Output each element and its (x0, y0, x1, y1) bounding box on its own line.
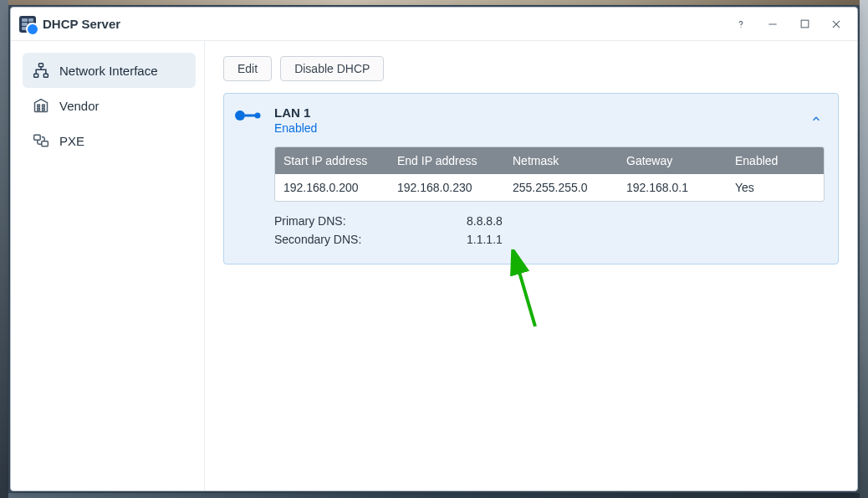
svg-rect-10 (38, 108, 40, 110)
collapse-toggle[interactable] (806, 109, 826, 129)
col-header-netmask: Netmask (504, 147, 618, 174)
svg-rect-6 (34, 74, 38, 77)
col-header-start-ip: Start IP address (275, 147, 389, 174)
sidebar-item-label: Network Interface (59, 64, 158, 78)
vendor-icon (33, 97, 49, 114)
sidebar-item-label: Vendor (59, 99, 100, 113)
cell-end-ip: 192.168.0.230 (389, 174, 504, 201)
secondary-dns-label: Secondary DNS: (274, 230, 467, 249)
network-interface-icon (33, 62, 49, 79)
svg-rect-7 (43, 74, 48, 77)
primary-dns-label: Primary DNS: (274, 212, 467, 230)
dhcp-server-app-icon (19, 16, 36, 33)
col-header-gateway: Gateway (618, 147, 727, 174)
col-header-enabled: Enabled (727, 147, 824, 174)
svg-rect-11 (43, 108, 45, 110)
svg-rect-5 (39, 64, 43, 67)
dns-block: Primary DNS: 8.8.8.8 Secondary DNS: 1.1.… (274, 212, 825, 249)
close-button[interactable] (824, 12, 849, 37)
window-title: DHCP Server (43, 17, 120, 31)
svg-rect-9 (43, 105, 45, 107)
edit-button[interactable]: Edit (223, 56, 272, 81)
sidebar-item-vendor[interactable]: Vendor (23, 88, 196, 123)
wired-connection-icon (234, 105, 263, 122)
lan1-panel[interactable]: LAN 1 Enabled Start IP address End IP ad… (223, 93, 839, 264)
pxe-icon (33, 132, 49, 149)
secondary-dns-value: 1.1.1.1 (467, 230, 503, 249)
sidebar-item-label: PXE (59, 134, 84, 148)
content-area: Edit Disable DHCP LAN 1 Enabled (205, 41, 857, 490)
nic-status: Enabled (274, 121, 317, 135)
svg-rect-13 (42, 141, 49, 146)
table-row[interactable]: 192.168.0.200 192.168.0.230 255.255.255.… (275, 174, 824, 201)
toolbar: Edit Disable DHCP (223, 56, 839, 81)
minimize-button[interactable] (760, 12, 785, 37)
col-header-end-ip: End IP address (389, 147, 504, 174)
sidebar-item-network-interface[interactable]: Network Interface (23, 53, 196, 88)
dhcp-server-window: DHCP Server Network Interface (10, 7, 858, 491)
disable-dhcp-button[interactable]: Disable DHCP (280, 56, 384, 81)
cell-gateway: 192.168.0.1 (618, 174, 727, 201)
svg-point-0 (740, 26, 741, 27)
primary-dns-value: 8.8.8.8 (467, 212, 503, 230)
cell-enabled: Yes (727, 174, 824, 201)
cell-netmask: 255.255.255.0 (504, 174, 618, 201)
title-bar: DHCP Server (11, 8, 857, 41)
svg-rect-2 (801, 20, 809, 28)
maximize-button[interactable] (792, 12, 817, 37)
svg-rect-12 (34, 135, 41, 140)
ip-range-table: Start IP address End IP address Netmask … (274, 146, 825, 202)
nic-name: LAN 1 (274, 105, 317, 120)
help-button[interactable] (728, 12, 753, 37)
svg-rect-8 (38, 105, 40, 107)
sidebar-item-pxe[interactable]: PXE (23, 123, 196, 158)
sidebar: Network Interface Vendor PXE (11, 41, 205, 490)
svg-point-16 (255, 113, 261, 119)
cell-start-ip: 192.168.0.200 (275, 174, 389, 201)
svg-point-14 (235, 110, 245, 121)
